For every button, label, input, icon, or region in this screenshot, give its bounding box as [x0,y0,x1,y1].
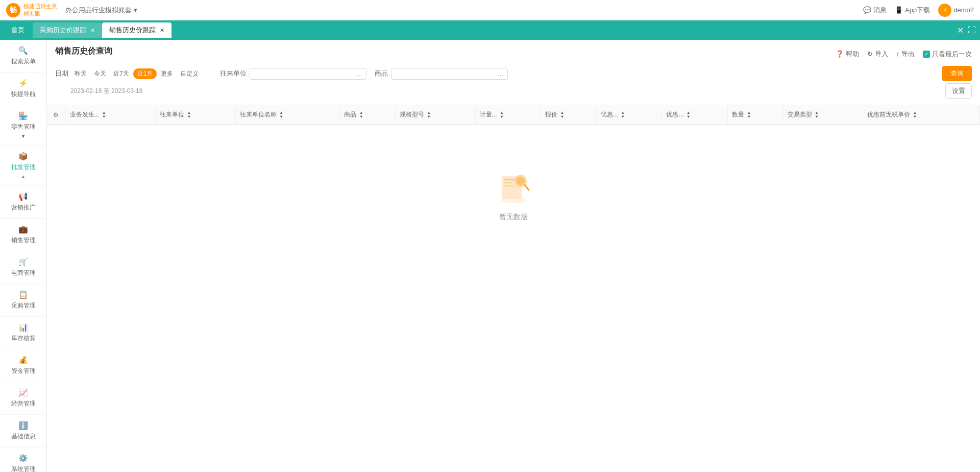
sidebar-item-wholesale[interactable]: 📦 批发管理 ▲ [0,146,46,186]
logo-area: 畅 畅捷通好生意 标准版 [6,3,57,17]
date-btn-7days[interactable]: 近7天 [110,68,132,79]
app-selector[interactable]: 办公用品行业模拟账套 ▾ [61,4,141,17]
th-trade-type[interactable]: 交易类型 ▲▼ [783,105,863,125]
date-range-buttons: 昨天 今天 近7天 近1月 更多 自定义 [71,68,202,79]
tab-purchase[interactable]: 采购历史价跟踪 ✕ [33,22,102,38]
only-latest-checkbox-label[interactable]: ✓ 只看最后一次 [923,50,972,59]
query-button[interactable]: 查询 [942,66,972,81]
sidebar-item-finance[interactable]: 💰 资金管理 [0,349,46,382]
date-btn-more[interactable]: 更多 [158,68,176,79]
sidebar-item-marketing[interactable]: 📢 营销推广 [0,186,46,219]
tab-purchase-close[interactable]: ✕ [90,27,95,34]
th-gear: ⚙ [47,105,65,125]
filter-actions: 查询 [942,66,972,81]
goods-label: 商品 [375,69,388,78]
svg-rect-3 [504,182,512,183]
tab-sales-close[interactable]: ✕ [160,27,164,34]
date-btn-custom[interactable]: 自定义 [177,68,202,79]
sidebar-item-search[interactable]: 🔍 搜索菜单 [0,40,46,73]
chevron-up-icon: ▲ [21,174,26,179]
filter-row: 日期 昨天 今天 近7天 近1月 更多 自定义 [55,66,972,81]
page-title: 销售历史价查询 [55,46,112,57]
unit-input-wrapper[interactable]: ... [250,68,366,80]
sort-icon: ▲▼ [427,111,431,119]
base-icon: ℹ️ [18,421,28,430]
operations-icon: 📈 [18,388,28,397]
top-bar-right: 💬 消息 📱 App下载 d demo2 [863,4,974,17]
tab-sales[interactable]: 销售历史价跟踪 ✕ [102,22,172,38]
close-tab-button[interactable]: ✕ [957,26,964,35]
goods-input-wrapper[interactable]: ... [391,68,508,80]
logo-icon: 畅 [6,3,20,17]
table-header-row: ⚙ 业务发生... ▲▼ 往来单位 ▲▼ 往来单位名称 ▲▼ [47,105,980,125]
svg-point-6 [517,177,525,185]
sort-icon: ▲▼ [913,111,917,119]
import-icon: ↻ [867,50,873,58]
tab-home[interactable]: 首页 [4,22,32,38]
settings-button[interactable]: 设置 [945,83,972,99]
filter-bar: 日期 昨天 今天 近7天 近1月 更多 自定义 [55,66,972,105]
sidebar-item-quick-nav[interactable]: ⚡ 快捷导航 [0,73,46,105]
header-right-actions: ❓ 帮助 ↻ 导入 ↑ 导出 ✓ 只看最后一次 [836,50,972,59]
th-discount2[interactable]: 优惠... ▲▼ [662,105,728,125]
sidebar-item-system[interactable]: ⚙️ 系统管理 [0,447,46,472]
unit-input[interactable] [254,70,356,78]
date-range-text: 2023-02-18 至 2023-03-18 [70,87,142,96]
goods-input[interactable] [396,70,498,78]
th-unit-name[interactable]: 往来单位名称 ▲▼ [235,105,340,125]
user-menu[interactable]: d demo2 [938,4,974,17]
message-button[interactable]: 💬 消息 [863,6,887,15]
th-discount1[interactable]: 优惠... ▲▼ [596,105,662,125]
help-button[interactable]: ❓ 帮助 [836,50,859,59]
purchase-icon: 📋 [18,290,28,299]
sort-icon: ▲▼ [747,111,751,119]
sidebar-item-base[interactable]: ℹ️ 基础信息 [0,415,46,447]
sort-icon: ▲▼ [687,111,691,119]
search-icon: 🔍 [18,46,28,55]
th-tax-price[interactable]: 优惠前无税单价 ▲▼ [863,105,980,125]
quick-nav-icon: ⚡ [18,79,28,88]
th-spec[interactable]: 规格型号 ▲▼ [395,105,475,125]
date-btn-today[interactable]: 今天 [91,68,109,79]
tab-sales-label: 销售历史价跟踪 [109,26,156,35]
finance-icon: 💰 [18,356,28,365]
chevron-down-icon: ▼ [21,133,26,139]
tab-home-label: 首页 [11,26,24,35]
date-btn-1month[interactable]: 近1月 [133,68,157,79]
th-goods[interactable]: 商品 ▲▼ [340,105,396,125]
th-date[interactable]: 业务发生... ▲▼ [65,105,156,125]
sidebar: 🔍 搜索菜单 ⚡ 快捷导航 🏪 零售管理 ▼ 📦 批发管理 ▲ 📢 营销推广 💼… [0,40,47,472]
gear-icon[interactable]: ⚙ [53,111,59,119]
th-price[interactable]: 报价 ▲▼ [541,105,597,125]
system-icon: ⚙️ [18,454,28,463]
sidebar-item-ecommerce[interactable]: 🛒 电商管理 [0,251,46,284]
app-download-button[interactable]: 📱 App下载 [895,6,930,15]
date-btn-yesterday[interactable]: 昨天 [71,68,90,79]
tab-purchase-label: 采购历史价跟踪 [40,26,86,35]
empty-state: 暂无数据 [47,125,980,263]
download-icon: 📱 [895,6,903,14]
top-bar-left: 畅 畅捷通好生意 标准版 办公用品行业模拟账套 ▾ [6,3,141,17]
sidebar-item-operations[interactable]: 📈 经营管理 [0,382,46,415]
table-area: ⚙ 业务发生... ▲▼ 往来单位 ▲▼ 往来单位名称 ▲▼ [47,105,980,472]
sort-icon: ▲▼ [359,111,363,119]
tab-bar-actions: ✕ ⛶ [957,26,976,35]
sidebar-item-retail[interactable]: 🏪 零售管理 ▼ [0,105,46,146]
sidebar-item-sales-mgmt[interactable]: 💼 销售管理 [0,219,46,251]
date-filter: 日期 昨天 今天 近7天 近1月 更多 自定义 [55,68,202,79]
sidebar-item-inventory[interactable]: 📊 库存核算 [0,317,46,349]
maximize-button[interactable]: ⛶ [968,26,976,35]
inventory-icon: 📊 [18,323,28,332]
th-unit[interactable]: 计量... ▲▼ [475,105,541,125]
import-button[interactable]: ↻ 导入 [867,50,888,59]
export-button[interactable]: ↑ 导出 [896,50,915,59]
only-latest-checkbox[interactable]: ✓ [923,51,930,58]
sidebar-item-purchase-mgmt[interactable]: 📋 采购管理 [0,284,46,317]
th-quantity[interactable]: 数量 ▲▼ [728,105,783,125]
goods-dots-button[interactable]: ... [498,70,503,78]
help-icon: ❓ [836,50,844,58]
avatar: d [938,4,951,17]
th-unit-code[interactable]: 往来单位 ▲▼ [156,105,236,125]
wholesale-icon: 📦 [18,152,28,161]
unit-dots-button[interactable]: ... [356,70,362,78]
